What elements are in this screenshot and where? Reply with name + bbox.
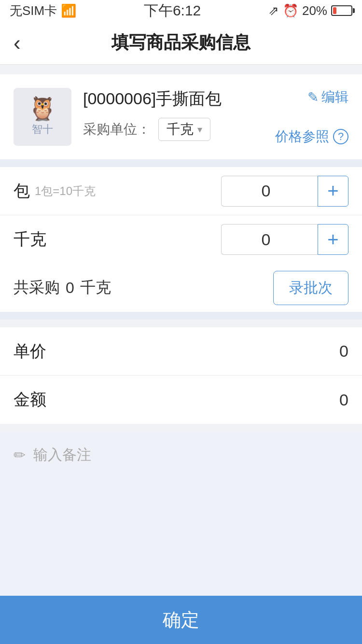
kg-input-row: 千克 + <box>0 215 362 264</box>
total-label: 共采购 <box>14 277 60 298</box>
status-time: 下午6:12 <box>144 1 201 21</box>
confirm-button-label: 确定 <box>163 608 199 632</box>
bao-label: 包 <box>14 180 30 202</box>
status-right-area: ⇗ ⏰ 20% <box>268 3 352 18</box>
nav-bar: ‹ 填写商品采购信息 <box>0 21 362 65</box>
price-ref-label: 价格参照 <box>275 127 329 146</box>
product-image-icon: 🦉 <box>28 97 57 120</box>
remark-section[interactable]: ✏ 输入备注 <box>0 432 362 478</box>
section-divider-1 <box>0 159 362 167</box>
wifi-icon: 📶 <box>61 3 76 18</box>
product-image-label: 智十 <box>32 122 53 137</box>
unit-value: 千克 <box>167 120 194 139</box>
total-section: 共采购 0 千克 录批次 <box>0 264 362 312</box>
confirm-bar[interactable]: 确定 <box>0 596 362 644</box>
record-batch-button[interactable]: 录批次 <box>273 271 348 305</box>
location-icon: ⇗ <box>268 3 279 18</box>
bao-input-row: 包 1包=10千克 + <box>0 167 362 215</box>
total-value: 0 <box>66 279 74 297</box>
pencil-icon: ✏ <box>14 447 26 463</box>
product-unit-select[interactable]: 千克 ▾ <box>158 118 210 141</box>
remark-placeholder: 输入备注 <box>33 445 91 465</box>
bao-plus-button[interactable]: + <box>318 176 348 207</box>
edit-button[interactable]: ✎ 编辑 <box>307 88 348 106</box>
battery-icon <box>331 5 352 16</box>
quantity-input-section: 包 1包=10千克 + 千克 + <box>0 167 362 264</box>
alarm-icon: ⏰ <box>283 3 298 18</box>
status-bar: 无SIM卡 📶 下午6:12 ⇗ ⏰ 20% <box>0 0 362 21</box>
bao-sublabel: 1包=10千克 <box>35 183 96 199</box>
bao-quantity-input[interactable] <box>221 176 318 207</box>
bao-input-right: + <box>221 176 348 207</box>
kg-label: 千克 <box>14 228 46 251</box>
chevron-down-icon: ▾ <box>197 124 202 135</box>
price-section: 单价 0 金额 0 <box>0 327 362 424</box>
kg-input-right: + <box>221 224 348 255</box>
edit-label: 编辑 <box>321 88 348 106</box>
amount-row: 金额 0 <box>0 376 362 424</box>
back-button[interactable]: ‹ <box>14 32 21 54</box>
price-ref-help-icon: ? <box>333 129 348 144</box>
kg-quantity-input[interactable] <box>221 224 318 255</box>
battery-percent: 20% <box>302 3 327 18</box>
status-carrier-area: 无SIM卡 📶 <box>10 2 76 19</box>
kg-plus-button[interactable]: + <box>318 224 348 255</box>
total-unit: 千克 <box>80 277 111 298</box>
battery-fill <box>333 7 336 14</box>
product-card: 🦉 智十 [0000006]手撕面包 采购单位： 千克 ▾ ✎ 编辑 价格参照 … <box>0 74 362 159</box>
product-image: 🦉 智十 <box>14 88 71 146</box>
edit-icon: ✎ <box>307 89 319 105</box>
carrier-text: 无SIM卡 <box>10 2 57 19</box>
price-reference-button[interactable]: 价格参照 ? <box>275 127 348 146</box>
section-divider-2 <box>0 312 362 320</box>
unit-price-label: 单价 <box>14 340 46 363</box>
amount-value: 0 <box>339 391 348 409</box>
amount-label: 金额 <box>14 389 46 411</box>
product-unit-label: 采购单位： <box>83 120 151 139</box>
unit-price-value: 0 <box>339 342 348 361</box>
page-title: 填写商品采购信息 <box>111 31 251 55</box>
unit-price-row: 单价 0 <box>0 327 362 376</box>
